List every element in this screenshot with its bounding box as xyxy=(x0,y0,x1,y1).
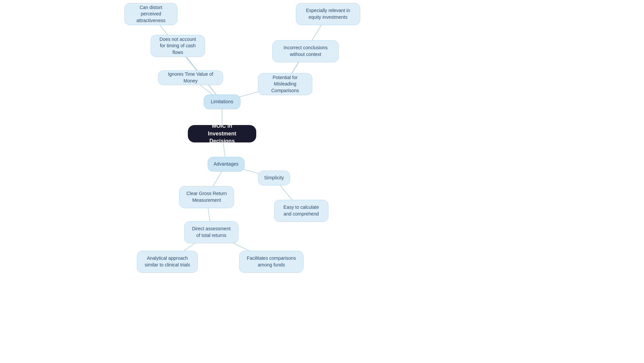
node-timing: Does not account for timing of cash flow… xyxy=(151,35,205,57)
node-misleading: Potential for Misleading Comparisons xyxy=(258,73,312,95)
node-easycalc: Easy to calculate and comprehend xyxy=(274,200,328,222)
mind-map: MOIC in Investment Decisions Limitations… xyxy=(0,0,644,363)
node-simplicity: Simplicity xyxy=(258,171,290,185)
node-timeval: Ignores Time Value of Money xyxy=(158,70,223,85)
center-node: MOIC in Investment Decisions xyxy=(188,125,256,142)
node-limitations: Limitations xyxy=(204,95,240,109)
node-facilitates: Facilitates comparisons among funds xyxy=(239,251,304,273)
svg-line-2 xyxy=(151,14,222,102)
node-cleargross: Clear Gross Return Measurement xyxy=(179,186,234,208)
node-analytical: Analytical approach similar to clinical … xyxy=(137,251,198,273)
node-equity: Especially relevant in equity investment… xyxy=(296,3,360,25)
node-directassess: Direct assessment of total returns xyxy=(184,221,238,243)
node-distort: Can distort perceived attractiveness xyxy=(124,3,177,25)
node-advantages: Advantages xyxy=(208,157,245,172)
node-incorrect: Incorrect conclusions without context xyxy=(272,40,339,62)
